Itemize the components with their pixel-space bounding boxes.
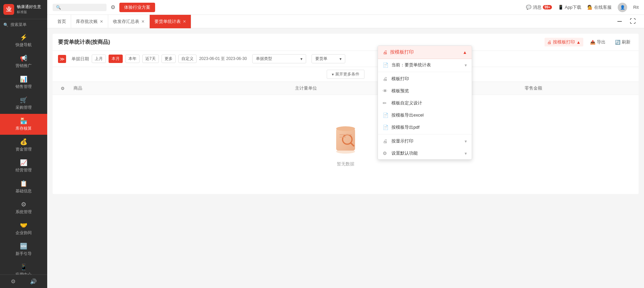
refresh-icon: 🔄 bbox=[615, 40, 620, 45]
set-default-label: 设置默认功能 bbox=[391, 150, 418, 156]
content-area: 要货单统计表(按商品) 🖨 按模板打印 ▲ 📤 导出 🔄 刷新 ≫ bbox=[47, 28, 644, 288]
date-btn-more[interactable]: 更多 bbox=[162, 55, 176, 63]
sidebar-item-operations[interactable]: 📈 经营管理 bbox=[0, 156, 47, 177]
page-title: 要货单统计表(按商品) bbox=[58, 39, 110, 46]
tab-home[interactable]: 首页 bbox=[53, 15, 71, 28]
inventory-icon: 🏪 bbox=[20, 117, 27, 125]
export-button[interactable]: 📤 导出 bbox=[587, 38, 608, 46]
current-chevron-icon: ▾ bbox=[465, 63, 467, 68]
dropdown-title: 按模板打印 bbox=[390, 49, 414, 55]
divider-2 bbox=[378, 134, 472, 134]
th-unit-label: 主计量单位 bbox=[295, 86, 317, 91]
dropdown-template-export-excel[interactable]: 📄 按模板导出excel bbox=[378, 109, 472, 121]
dropdown-template-custom[interactable]: ✏ 模板自定义设计 bbox=[378, 97, 472, 109]
type-filter-select[interactable]: 单据类型 ▾ bbox=[252, 54, 306, 63]
tab-minimize-button[interactable]: ─ bbox=[615, 17, 624, 26]
tab-close-icon[interactable]: ✕ bbox=[100, 19, 103, 24]
app-download-label: App下载 bbox=[565, 4, 581, 10]
dropdown-template-export-pdf[interactable]: 📄 按模板导出pdf bbox=[378, 121, 472, 133]
export-icon: 📤 bbox=[590, 40, 595, 45]
online-service-item[interactable]: 💁 在线客服 bbox=[587, 4, 612, 10]
print-template-button[interactable]: 🖨 按模板打印 ▲ bbox=[545, 38, 583, 46]
topbar-gear-icon[interactable]: ⚙ bbox=[111, 4, 115, 10]
sidebar-item-label: 库存核算 bbox=[16, 126, 32, 131]
settings-footer-icon[interactable]: ⚙ bbox=[11, 278, 16, 285]
sidebar-item-basics[interactable]: 📋 基础信息 bbox=[0, 177, 47, 197]
operations-icon: 📈 bbox=[20, 159, 27, 166]
sidebar-item-quick-nav[interactable]: ⚡ 快捷导航 bbox=[0, 30, 47, 51]
order-field-chevron-icon: ▾ bbox=[340, 57, 342, 61]
date-btn-this-year[interactable]: 本年 bbox=[125, 55, 140, 63]
current-item-icon: 📄 bbox=[383, 62, 388, 68]
template-preview-icon: 👁 bbox=[383, 88, 388, 94]
tab-close-icon[interactable]: ✕ bbox=[141, 19, 145, 24]
order-field-filter[interactable]: 要货单 ▾ bbox=[312, 54, 345, 63]
sidebar-logo: 业 畅康通好生意 标准版 bbox=[0, 0, 47, 19]
sidebar-item-sales[interactable]: 📊 销售管理 bbox=[0, 72, 47, 93]
expand-more-chevron-icon: ▾ bbox=[332, 72, 334, 77]
sidebar-item-system[interactable]: ⚙ 系统管理 bbox=[0, 197, 47, 218]
trial-button[interactable]: 体验行业方案 bbox=[119, 3, 155, 12]
expand-more-button[interactable]: ▾ 展开更多条件 bbox=[327, 70, 364, 79]
dropdown-current-item[interactable]: 📄 当前：要货单统计表 ▾ bbox=[378, 59, 472, 71]
dropdown-set-default[interactable]: ⚙ 设置默认功能 ▾ bbox=[378, 147, 472, 159]
date-range-display: 2023-06-01 至 2023-06-30 bbox=[199, 56, 247, 62]
sidebar-footer: ⚙ 🔊 bbox=[0, 275, 47, 288]
sidebar-item-marketing[interactable]: 📢 营销推广 bbox=[0, 51, 47, 72]
display-print-icon: 🖨 bbox=[383, 138, 388, 144]
messages-badge: 99+ bbox=[543, 5, 552, 9]
purchase-icon: 🛒 bbox=[20, 96, 27, 104]
template-custom-icon: ✏ bbox=[383, 100, 388, 106]
sidebar-item-purchase[interactable]: 🛒 采购管理 bbox=[0, 93, 47, 114]
print-template-label: 按模板打印 bbox=[553, 39, 575, 45]
sidebar-item-label: 营销推广 bbox=[16, 63, 32, 69]
sidebar-item-inventory[interactable]: 🏪 库存核算 bbox=[0, 114, 47, 135]
display-print-label: 按显示打印 bbox=[391, 138, 413, 144]
user-avatar[interactable]: 👤 bbox=[618, 3, 627, 12]
messages-item[interactable]: 💬 消息 99+ bbox=[526, 4, 552, 10]
date-btn-this-month[interactable]: 本月 bbox=[109, 55, 123, 63]
tab-maximize-button[interactable]: ⛶ bbox=[627, 17, 639, 26]
home-label: 首页 bbox=[57, 19, 66, 25]
user-avatar-icon: 👤 bbox=[620, 5, 625, 10]
expand-more-label: 展开更多条件 bbox=[335, 71, 359, 77]
date-btn-last-month[interactable]: 上月 bbox=[92, 55, 106, 63]
expand-icon[interactable]: ≫ bbox=[58, 55, 66, 63]
print-template-dropdown: 🖨 按模板打印 ▲ 📄 当前：要货单统计表 ▾ 🖨 模板打印 👁 模板预览 bbox=[378, 45, 472, 160]
date-btn-7days[interactable]: 近7天 bbox=[142, 55, 159, 63]
current-item-label: 当前：要货单统计表 bbox=[391, 62, 431, 68]
date-filter-label: 单据日期 bbox=[71, 56, 89, 62]
sidebar-item-label: 经营管理 bbox=[16, 167, 32, 173]
th-settings[interactable]: ⚙ bbox=[56, 83, 69, 94]
date-btn-custom[interactable]: 自定义 bbox=[178, 55, 197, 63]
dropdown-header[interactable]: 🖨 按模板打印 ▲ bbox=[378, 46, 472, 59]
dropdown-template-print[interactable]: 🖨 模板打印 bbox=[378, 73, 472, 85]
sidebar-item-guide[interactable]: 🆕 新手引导 bbox=[0, 239, 47, 260]
system-icon: ⚙ bbox=[21, 201, 26, 208]
dropdown-template-preview[interactable]: 👁 模板预览 bbox=[378, 85, 472, 97]
dropdown-display-print[interactable]: 🖨 按显示打印 ▾ bbox=[378, 135, 472, 147]
sidebar-item-label: 资金管理 bbox=[16, 147, 32, 152]
sidebar-item-app-center[interactable]: 📱 应用中心 bbox=[0, 260, 47, 275]
refresh-button[interactable]: 🔄 刷新 bbox=[612, 38, 633, 46]
user-name: Rit bbox=[633, 5, 639, 10]
sidebar-item-finance[interactable]: 💰 资金管理 bbox=[0, 135, 47, 156]
settings-col-icon: ⚙ bbox=[61, 86, 65, 91]
tab-order-stats[interactable]: 要货单统计表 ✕ bbox=[150, 15, 191, 28]
topbar-search-icon: 🔍 bbox=[56, 5, 61, 10]
topbar-search[interactable]: 🔍 bbox=[53, 4, 107, 11]
quick-nav-icon: ⚡ bbox=[20, 34, 27, 41]
speaker-footer-icon[interactable]: 🔊 bbox=[30, 278, 37, 285]
tab-label: 收发存汇总表 bbox=[113, 19, 139, 25]
empty-text: 暂无数据 bbox=[337, 161, 354, 167]
svg-point-3 bbox=[336, 126, 355, 131]
tab-receipt-summary[interactable]: 收发存汇总表 ✕ bbox=[108, 15, 150, 28]
th-product: 商品 bbox=[69, 82, 291, 95]
tab-inventory-batch[interactable]: 库存批次账 ✕ bbox=[71, 15, 108, 28]
sidebar-search-item[interactable]: 🔍 搜索菜单 bbox=[0, 19, 47, 30]
messages-icon: 💬 bbox=[526, 5, 531, 10]
app-download-item[interactable]: 📱 App下载 bbox=[558, 4, 581, 10]
sales-icon: 📊 bbox=[20, 75, 27, 83]
sidebar-item-collab[interactable]: 🤝 企业协同 bbox=[0, 218, 47, 239]
tab-close-icon[interactable]: ✕ bbox=[183, 19, 186, 24]
